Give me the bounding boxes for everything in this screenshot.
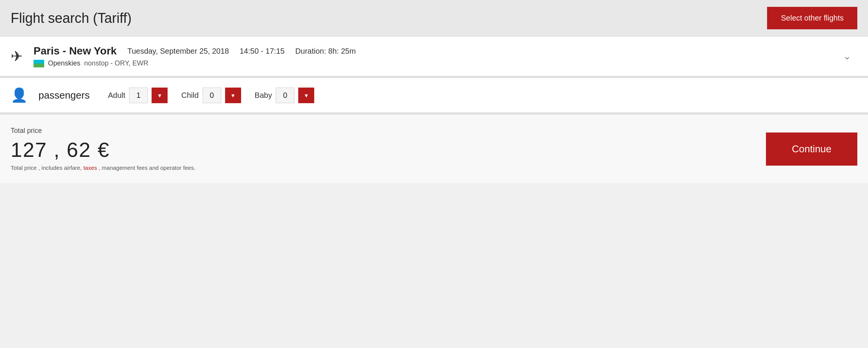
flight-date: Tuesday, September 25, 2018 [127, 47, 229, 56]
passengers-section: 👤 passengers Adult 1 Child 0 Baby 0 [0, 78, 868, 115]
taxes-link[interactable]: taxes [83, 164, 97, 171]
total-price-label: Total price [11, 127, 195, 135]
baby-count: 0 [276, 88, 294, 103]
child-label: Child [181, 91, 199, 100]
page-header: Flight search (Tariff) Select other flig… [0, 0, 868, 37]
adult-label: Adult [108, 91, 125, 100]
adult-group: Adult 1 [108, 88, 168, 103]
child-dropdown-button[interactable] [225, 88, 241, 103]
flight-route-row: Paris - New York Tuesday, September 25, … [34, 45, 356, 57]
flight-info: ✈ Paris - New York Tuesday, September 25… [11, 45, 837, 67]
baby-label: Baby [255, 91, 272, 100]
adult-dropdown-button[interactable] [152, 88, 168, 103]
price-section: Total price 127 , 62 € Total price , inc… [0, 115, 868, 183]
child-group: Child 0 [181, 88, 241, 103]
flight-details: Paris - New York Tuesday, September 25, … [34, 45, 356, 67]
flight-card: ✈ Paris - New York Tuesday, September 25… [0, 37, 868, 78]
flight-route: Paris - New York [34, 45, 117, 57]
page-title: Flight search (Tariff) [11, 10, 131, 26]
flight-stops: nonstop - ORY, EWR [84, 59, 148, 67]
price-note: Total price , includes airfare, taxes , … [11, 164, 195, 171]
baby-group: Baby 0 [255, 88, 315, 103]
baby-chevron-icon [304, 91, 309, 99]
continue-button[interactable]: Continue [766, 132, 857, 166]
plane-icon: ✈ [11, 48, 23, 65]
flight-airline-row: Openskies nonstop - ORY, EWR [34, 59, 356, 67]
baby-dropdown-button[interactable] [298, 88, 314, 103]
adult-count: 1 [129, 88, 148, 103]
passengers-label: passengers [38, 89, 90, 101]
flight-time: 14:50 - 17:15 [240, 47, 285, 56]
total-price-value: 127 , 62 € [11, 138, 195, 161]
select-other-flights-button[interactable]: Select other flights [767, 7, 857, 29]
flight-duration: Duration: 8h: 25m [295, 47, 356, 56]
price-note-before: Total price , includes airfare, [11, 164, 82, 171]
flight-expand-chevron[interactable]: ⌄ [837, 46, 857, 66]
price-note-after: , management fees and operator fees. [99, 164, 195, 171]
airline-logo [34, 60, 44, 67]
price-info: Total price 127 , 62 € Total price , inc… [11, 127, 195, 171]
child-count: 0 [203, 88, 221, 103]
person-icon: 👤 [11, 87, 28, 103]
adult-chevron-icon [157, 91, 162, 99]
airline-name: Openskies [48, 59, 80, 67]
child-chevron-icon [230, 91, 236, 99]
